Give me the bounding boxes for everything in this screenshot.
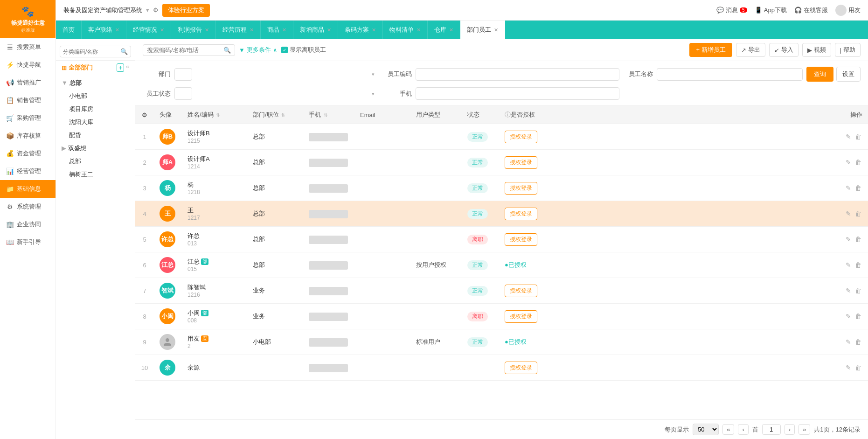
settings-icon[interactable]: ⚙ (153, 7, 159, 14)
sort-phone-icon[interactable]: ⇅ (324, 112, 327, 118)
dept-item-zongbu[interactable]: ▼总部 (56, 77, 135, 90)
tab-home[interactable]: 首页 (56, 21, 82, 39)
tab-warehouse-close[interactable]: ✕ (449, 27, 453, 33)
col-settings[interactable]: ⚙ (135, 106, 154, 124)
dept-select[interactable] (174, 68, 192, 81)
dept-item-peihuo[interactable]: 配货 (56, 129, 135, 142)
app-download-btn[interactable]: 📱 App下载 (755, 6, 787, 14)
auth-login-button[interactable]: 授权登录 (505, 156, 537, 169)
col-name[interactable]: 姓名/编码 ⇅ (182, 106, 247, 124)
page-input[interactable] (762, 424, 781, 435)
page-size-select[interactable]: 50 10 20 100 (693, 424, 719, 435)
auth-login-button[interactable]: 授权登录 (505, 131, 537, 143)
tab-new-goods-close[interactable]: ✕ (327, 27, 331, 33)
query-button[interactable]: 查询 (806, 67, 833, 82)
dept-item-shucaiwang[interactable]: 楠树王二 (56, 168, 135, 181)
tab-business[interactable]: 经营情况 ✕ (126, 21, 171, 39)
emp-status-select[interactable] (174, 87, 192, 100)
edit-button[interactable]: ✎ (845, 337, 852, 347)
tab-material[interactable]: 物料清单 ✕ (383, 21, 428, 39)
tab-progress[interactable]: 经营历程 ✕ (216, 21, 261, 39)
next-page-btn[interactable]: › (785, 424, 795, 435)
emp-name-input[interactable] (657, 68, 803, 81)
delete-button[interactable]: 🗑 (854, 286, 862, 295)
sidebar-item-enterprise[interactable]: 🏢 企业协同 (0, 216, 56, 233)
show-archived-checkbox[interactable]: ✓ (281, 47, 288, 53)
sidebar-item-inventory[interactable]: 📦 库存核算 (0, 127, 56, 145)
dropdown-icon[interactable]: ▾ (146, 7, 149, 14)
dept-item-zongbu2[interactable]: 总部 (56, 155, 135, 168)
tab-customer-close[interactable]: ✕ (115, 27, 119, 33)
dept-search-icon[interactable]: 🔍 (120, 48, 128, 55)
edit-button[interactable]: ✎ (845, 183, 852, 193)
dept-add-icon[interactable]: + (117, 63, 124, 72)
dept-item-shenyang[interactable]: 沈阳大库 (56, 116, 135, 129)
sidebar-item-search[interactable]: ☰ 搜索菜单 (0, 38, 56, 56)
edit-button[interactable]: ✎ (845, 312, 852, 321)
trial-button[interactable]: 体验行业方案 (162, 4, 210, 17)
tab-goods[interactable]: 商品 ✕ (261, 21, 293, 39)
edit-button[interactable]: ✎ (845, 260, 852, 270)
help-btn[interactable]: | 帮助 (835, 43, 861, 57)
edit-button[interactable]: ✎ (845, 286, 852, 295)
sidebar-item-marketing[interactable]: 📢 营销推广 (0, 74, 56, 91)
delete-button[interactable]: 🗑 (854, 132, 862, 141)
col-dept[interactable]: 部门/职位 ⇅ (247, 106, 303, 124)
delete-button[interactable]: 🗑 (854, 158, 862, 167)
message-btn[interactable]: 💬 消息 5 (716, 6, 747, 14)
auth-login-button[interactable]: 授权登录 (505, 233, 537, 246)
show-archived-toggle[interactable]: ✓ 显示离职员工 (281, 46, 326, 54)
sort-name-icon[interactable]: ⇅ (216, 112, 220, 118)
sidebar-item-operation[interactable]: 📊 经营管理 (0, 162, 56, 180)
sidebar-item-purchase[interactable]: 🛒 采购管理 (0, 109, 56, 127)
edit-button[interactable]: ✎ (845, 209, 852, 218)
edit-button[interactable]: ✎ (845, 363, 852, 372)
last-page-btn[interactable]: » (799, 424, 810, 435)
auth-login-button[interactable]: 授权登录 (505, 310, 537, 323)
user-btn[interactable]: 用友 (835, 5, 861, 16)
sidebar-item-finance[interactable]: 💰 资金管理 (0, 145, 56, 162)
delete-button[interactable]: 🗑 (854, 312, 862, 321)
tab-progress-close[interactable]: ✕ (250, 27, 254, 33)
tab-barcode[interactable]: 条码方案 ✕ (338, 21, 383, 39)
prev-page-btn[interactable]: ‹ (738, 424, 748, 435)
delete-button[interactable]: 🗑 (854, 337, 862, 347)
delete-button[interactable]: 🗑 (854, 209, 862, 218)
col-phone[interactable]: 手机 ⇅ (303, 106, 354, 124)
dept-search-input[interactable] (63, 49, 118, 55)
import-btn[interactable]: ↙ 导入 (769, 43, 799, 57)
tab-barcode-close[interactable]: ✕ (372, 27, 376, 33)
auth-login-button[interactable]: 授权登录 (505, 182, 537, 195)
export-btn[interactable]: ↗ 导出 (736, 43, 765, 57)
search-input[interactable] (147, 47, 222, 54)
tab-profit[interactable]: 利润报告 ✕ (171, 21, 216, 39)
search-icon[interactable]: 🔍 (223, 47, 231, 54)
delete-button[interactable]: 🗑 (854, 363, 862, 372)
delete-button[interactable]: 🗑 (854, 183, 862, 193)
online-service-btn[interactable]: 🎧 在线客服 (794, 6, 828, 14)
tab-staff[interactable]: 部门员工 ✕ (460, 21, 505, 39)
sidebar-item-guide[interactable]: 📖 新手引导 (0, 233, 56, 251)
tab-business-close[interactable]: ✕ (160, 27, 164, 33)
tab-material-close[interactable]: ✕ (417, 27, 421, 33)
tab-staff-close[interactable]: ✕ (494, 27, 498, 33)
add-employee-button[interactable]: + 新增员工 (689, 43, 732, 57)
auth-login-button[interactable]: 授权登录 (505, 285, 537, 297)
edit-button[interactable]: ✎ (845, 158, 852, 167)
dept-collapse-icon[interactable]: « (126, 63, 129, 72)
sidebar-item-basic[interactable]: 📁 基础信息 (0, 180, 56, 198)
dept-item-xiangmu[interactable]: 项目库房 (56, 103, 135, 116)
delete-button[interactable]: 🗑 (854, 235, 862, 244)
more-conditions-btn[interactable]: ▼ 更多条件 ∧ (239, 46, 278, 54)
first-page-btn[interactable]: « (722, 424, 734, 435)
sidebar-item-system[interactable]: ⚙ 系统管理 (0, 198, 56, 216)
tab-customer[interactable]: 客户联络 ✕ (82, 21, 126, 39)
auth-login-button[interactable]: 授权登录 (505, 362, 537, 374)
view-btn[interactable]: ▶ 视频 (802, 43, 831, 57)
edit-button[interactable]: ✎ (845, 132, 852, 141)
tab-new-goods[interactable]: 新增商品 ✕ (293, 21, 338, 39)
dept-item-xiaodiandept[interactable]: 小电部 (56, 90, 135, 103)
emp-code-input[interactable] (416, 68, 619, 81)
edit-button[interactable]: ✎ (845, 235, 852, 244)
sidebar-item-shortcut[interactable]: ⚡ 快捷导航 (0, 56, 56, 74)
